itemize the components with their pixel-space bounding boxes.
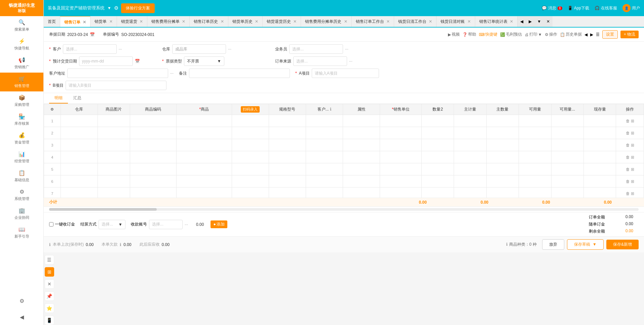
right-panel-icon-2[interactable]: ⊞ <box>45 267 54 277</box>
row-customer-code-6[interactable] <box>306 175 343 188</box>
sidebar-settings-btn[interactable]: ⚙ <box>0 293 43 309</box>
row-product-code-4[interactable] <box>130 151 177 163</box>
row-sales-unit-1[interactable] <box>380 115 422 127</box>
row-quantity2-6[interactable] <box>422 175 454 188</box>
th-scan[interactable]: 扫码录入 <box>232 104 269 115</box>
row-spec-7[interactable] <box>269 188 306 198</box>
tab-cash-daily-reconcile[interactable]: 钱货日清对账 ✕ <box>437 16 475 27</box>
print-link[interactable]: 🖨 打印 ▼ <box>525 32 542 37</box>
row-sales-unit-2[interactable] <box>380 127 422 139</box>
tab-close-all-btn[interactable]: ✕ <box>544 16 553 27</box>
prev-record-btn[interactable]: ◀ <box>584 32 588 37</box>
row-attribute-6[interactable] <box>343 175 380 188</box>
right-panel-icon-6[interactable]: 📱 <box>45 316 54 325</box>
user-item[interactable]: 👤 用户 <box>622 4 640 12</box>
row-sales-unit-6[interactable] <box>380 175 422 188</box>
row-product-code-2[interactable] <box>130 127 177 139</box>
tab-sales-return[interactable]: 销货单 ✕ <box>90 16 117 27</box>
online-support-item[interactable]: 🎧 在线客服 <box>595 5 617 11</box>
tab-next-btn[interactable]: ▶ <box>526 16 534 27</box>
row-product-7[interactable] <box>176 188 232 198</box>
sidebar-item-system[interactable]: ⚙ 系统管理 <box>0 186 43 204</box>
row-main-quantity-6[interactable] <box>486 175 519 188</box>
receipt-account-more-btn[interactable]: ··· <box>185 222 188 227</box>
row-product-code-5[interactable] <box>130 163 177 175</box>
row-product-code-6[interactable] <box>130 175 177 188</box>
sidebar-item-purchase[interactable]: 📦 采购管理 <box>0 91 43 110</box>
save-draft-dropdown-icon[interactable]: ▼ <box>593 242 597 247</box>
copy-icon-2[interactable]: ⊞ <box>631 131 634 135</box>
sidebar-item-enterprise[interactable]: 🏢 企业协同 <box>0 204 43 223</box>
row-spec-5[interactable] <box>269 163 306 175</box>
address-input[interactable] <box>67 69 168 78</box>
row-attribute-4[interactable] <box>343 151 380 163</box>
row-customer-code-4[interactable] <box>306 151 343 163</box>
tab-more-btn[interactable]: ▼ <box>534 16 544 27</box>
app-download-item[interactable]: 📱 App下载 <box>568 5 589 11</box>
row-main-quantity-7[interactable] <box>486 188 519 198</box>
copy-icon-1[interactable]: ⊞ <box>631 119 634 123</box>
save-new-btn[interactable]: 保存&新增 <box>606 240 639 249</box>
date-value[interactable]: 2023-03-24 <box>67 32 88 37</box>
copy-icon-3[interactable]: ⊞ <box>631 143 634 148</box>
row-warehouse-4[interactable] <box>61 151 98 163</box>
scan-btn[interactable]: 扫码录入 <box>241 106 260 113</box>
row-attribute-2[interactable] <box>343 127 380 139</box>
solution-btn[interactable]: 体验行业方案 <box>121 3 155 13</box>
tab-close-icon[interactable]: ✕ <box>83 20 86 25</box>
help-link[interactable]: ❓ 帮助 <box>462 32 476 37</box>
a-project-input[interactable]: 请输入A项目 <box>312 69 379 78</box>
sidebar-item-inventory[interactable]: 🏪 库存核算 <box>0 110 43 129</box>
row-product-2[interactable] <box>176 127 232 139</box>
row-product-code-1[interactable] <box>130 115 177 127</box>
customer-input[interactable]: 选择... <box>63 44 117 54</box>
right-panel-icon-1[interactable]: ☰ <box>45 255 54 265</box>
right-panel-icon-5[interactable]: ⭐ <box>45 303 54 313</box>
row-spec-3[interactable] <box>269 139 306 151</box>
row-sales-unit-5[interactable] <box>380 163 422 175</box>
row-spec-4[interactable] <box>269 151 306 163</box>
customer-more-btn[interactable]: ··· <box>119 47 122 51</box>
row-spec-1[interactable] <box>269 115 306 127</box>
tab-close-icon[interactable]: ✕ <box>221 19 224 24</box>
row-customer-code-3[interactable] <box>306 139 343 151</box>
row-spec-2[interactable] <box>269 127 306 139</box>
row-product-4[interactable] <box>176 151 232 163</box>
tab-close-icon[interactable]: ✕ <box>429 19 432 24</box>
row-customer-code-5[interactable] <box>306 163 343 175</box>
tab-sales-return-goods[interactable]: 销货退货 ✕ <box>117 16 147 27</box>
right-panel-icon-3[interactable]: ✕ <box>45 279 54 289</box>
row-attribute-3[interactable] <box>343 139 380 151</box>
sidebar-item-sales[interactable]: 🛒 销售管理 <box>0 73 43 91</box>
tab-cash-daily-workbench[interactable]: 钱货日清工作台 ✕ <box>394 16 437 27</box>
tab-sales-order-history[interactable]: 销售订单历史 ✕ <box>190 16 228 27</box>
row-main-quantity-3[interactable] <box>486 139 519 151</box>
delivery-calendar-icon[interactable]: 📅 <box>135 59 140 64</box>
warehouse-more-btn[interactable]: ··· <box>228 47 231 51</box>
remark-input[interactable] <box>189 69 290 78</box>
right-panel-icon-4[interactable]: 📌 <box>45 291 54 301</box>
row-main-quantity-5[interactable] <box>486 163 519 175</box>
sidebar-item-guide[interactable]: 📖 新手引导 <box>0 223 43 242</box>
tab-sales-fee-split[interactable]: 销售费用分摊单 ✕ <box>147 16 190 27</box>
scrollbar-track[interactable] <box>44 207 644 212</box>
operation-link[interactable]: ⚙ 操作 <box>545 32 557 37</box>
row-product-6[interactable] <box>176 175 232 188</box>
row-main-quantity-1[interactable] <box>486 115 519 127</box>
row-quantity2-7[interactable] <box>422 188 454 198</box>
row-warehouse-3[interactable] <box>61 139 98 151</box>
tab-close-icon[interactable]: ✕ <box>182 19 185 24</box>
tab-sales-order[interactable]: 销售订单 ✕ <box>60 16 90 27</box>
sidebar-item-base-info[interactable]: 📋 基础信息 <box>0 167 43 186</box>
copy-icon-6[interactable]: ⊞ <box>631 179 634 184</box>
topbar-dropdown-icon[interactable]: ▼ <box>107 6 111 10</box>
row-customer-code-2[interactable] <box>306 127 343 139</box>
scrollbar[interactable] <box>49 208 639 211</box>
order-source-more-btn[interactable]: ··· <box>349 59 352 64</box>
tab-close-icon[interactable]: ✕ <box>255 19 258 24</box>
tab-sales-order-stats[interactable]: 销售订单统计表 ✕ <box>475 16 518 27</box>
warehouse-input[interactable]: 成品库 <box>172 44 226 54</box>
tab-close-icon[interactable]: ✕ <box>467 19 471 24</box>
setting-btn[interactable]: 设置 <box>602 30 618 39</box>
profit-link[interactable]: 💹 毛利预估 <box>500 32 522 37</box>
